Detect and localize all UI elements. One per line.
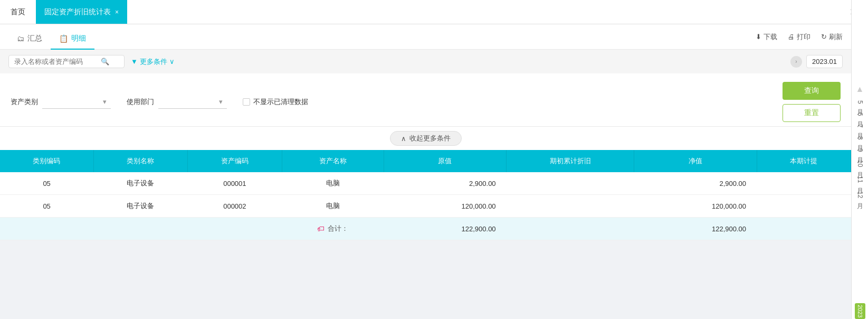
cell-asset-name-1: 电脑 bbox=[282, 172, 384, 195]
cell-code-1: 05 bbox=[0, 172, 93, 195]
col-header-net-value: 净值 bbox=[634, 150, 757, 172]
collapse-up-icon: ∧ bbox=[401, 135, 406, 143]
summary-icon: 🗂 bbox=[17, 34, 24, 43]
summary-current bbox=[757, 218, 851, 240]
cell-accumulated-1 bbox=[507, 172, 634, 195]
department-arrow-icon: ▾ bbox=[219, 98, 223, 106]
download-label: 下载 bbox=[764, 32, 777, 42]
filter-buttons: 查询 重置 bbox=[783, 82, 841, 122]
summary-icon-cell bbox=[0, 218, 282, 240]
col-header-asset-code: 资产编码 bbox=[188, 150, 282, 172]
cell-net-2: 120,000.00 bbox=[634, 195, 757, 218]
table-header-row: 类别编码 类别名称 资产编码 资产名称 原值 期初累计折旧 净值 本期计提 bbox=[0, 150, 851, 172]
search-input[interactable] bbox=[14, 58, 99, 65]
hide-cleared-wrap: 不显示已清理数据 bbox=[243, 97, 308, 107]
sidebar-month-8[interactable]: 8月 bbox=[855, 134, 864, 142]
query-button[interactable]: 查询 bbox=[783, 82, 841, 100]
sidebar-month-7[interactable]: 7月 bbox=[855, 122, 864, 130]
more-conditions-button[interactable]: ▼ 更多条件 ∨ bbox=[131, 57, 175, 67]
date-label: 2023.01 bbox=[806, 55, 843, 68]
summary-tag-icon: 🏷 bbox=[317, 224, 325, 233]
table-row: 05 电子设备 000002 电脑 120,000.00 120,000.00 bbox=[0, 195, 851, 218]
active-tab-label: 固定资产折旧统计表 bbox=[44, 7, 111, 17]
summary-accumulated bbox=[507, 218, 634, 240]
filter-icon: ▼ bbox=[131, 58, 138, 65]
cell-original-1: 2,900.00 bbox=[384, 172, 506, 195]
col-header-asset-name: 资产名称 bbox=[282, 150, 384, 172]
cell-name-2: 电子设备 bbox=[93, 195, 187, 218]
col-header-accumulated: 期初累计折旧 bbox=[507, 150, 634, 172]
cell-asset-name-2: 电脑 bbox=[282, 195, 384, 218]
expand-sidebar-button[interactable]: › bbox=[790, 56, 802, 68]
chevron-down-icon: ∨ bbox=[169, 58, 175, 65]
year-badge[interactable]: 2023 bbox=[855, 303, 865, 319]
cell-current-2 bbox=[757, 195, 851, 218]
collapse-button[interactable]: ∧ 收起更多条件 bbox=[390, 131, 462, 146]
print-label: 打印 bbox=[797, 32, 810, 42]
sidebar-month-5[interactable]: 5月 bbox=[855, 98, 864, 106]
department-label: 使用部门 bbox=[127, 97, 154, 107]
cell-current-1 bbox=[757, 172, 851, 195]
col-header-original-value: 原值 bbox=[384, 150, 506, 172]
tab-summary-label: 汇总 bbox=[27, 34, 42, 43]
sidebar-month-10[interactable]: 10月 bbox=[855, 158, 864, 169]
data-table: 类别编码 类别名称 资产编码 资产名称 原值 期初累计折旧 净值 本期计提 05 bbox=[0, 150, 851, 240]
department-value bbox=[160, 97, 198, 106]
search-input-wrap[interactable]: 🔍 bbox=[8, 55, 125, 68]
hide-cleared-checkbox[interactable] bbox=[243, 98, 250, 106]
search-icon: 🔍 bbox=[101, 58, 109, 65]
search-bar: 🔍 ▼ 更多条件 ∨ › 2023.01 bbox=[0, 50, 851, 73]
detail-icon: 📋 bbox=[59, 34, 68, 43]
asset-type-value bbox=[44, 97, 82, 106]
sidebar-month-6[interactable]: 6月 bbox=[855, 110, 864, 118]
col-header-current: 本期计提 bbox=[757, 150, 851, 172]
asset-type-arrow-icon: ▾ bbox=[103, 98, 107, 106]
sidebar-up-arrow[interactable]: ▲ bbox=[856, 85, 864, 94]
cell-code-2: 05 bbox=[0, 195, 93, 218]
summary-label-text: 合计： bbox=[328, 224, 348, 233]
download-icon: ⬇ bbox=[756, 33, 761, 41]
cell-name-1: 电子设备 bbox=[93, 172, 187, 195]
tab-detail-label: 明细 bbox=[71, 34, 86, 43]
sidebar-month-11[interactable]: 11月 bbox=[855, 174, 864, 185]
collapse-bar: ∧ 收起更多条件 bbox=[0, 127, 851, 150]
toolbar-right: ⬇ 下载 🖨 打印 ↻ 刷新 bbox=[756, 32, 843, 42]
refresh-button[interactable]: ↻ 刷新 bbox=[821, 32, 843, 42]
close-tab-icon[interactable]: × bbox=[115, 8, 119, 16]
reset-button[interactable]: 重置 bbox=[783, 104, 841, 122]
asset-type-select[interactable]: ▾ bbox=[42, 95, 111, 109]
summary-net: 122,900.00 bbox=[634, 218, 757, 240]
sub-tabs-bar: 🗂 汇总 📋 明细 ⬇ 下载 🖨 打印 ↻ 刷新 bbox=[0, 24, 851, 50]
cell-original-2: 120,000.00 bbox=[384, 195, 506, 218]
department-select[interactable]: ▾ bbox=[158, 95, 227, 109]
sidebar-month-9[interactable]: 9月 bbox=[855, 146, 864, 154]
home-tab[interactable]: 首页 bbox=[0, 7, 36, 17]
more-conditions-label: 更多条件 bbox=[140, 57, 167, 67]
cell-asset-code-2: 000002 bbox=[188, 195, 282, 218]
refresh-icon: ↻ bbox=[821, 33, 827, 41]
asset-type-filter: 资产类别 ▾ bbox=[11, 95, 111, 109]
col-header-category-name: 类别名称 bbox=[93, 150, 187, 172]
search-filter-section: 🔍 ▼ 更多条件 ∨ › 2023.01 资产类别 bbox=[0, 50, 851, 150]
hide-cleared-label: 不显示已清理数据 bbox=[253, 97, 308, 107]
filter-area: 资产类别 ▾ 使用部门 ▾ bbox=[0, 73, 851, 127]
department-filter: 使用部门 ▾ bbox=[127, 95, 227, 109]
summary-original: 122,900.00 bbox=[384, 218, 506, 240]
download-button[interactable]: ⬇ 下载 bbox=[756, 32, 777, 42]
sidebar-month-12[interactable]: 12月 bbox=[855, 189, 864, 200]
col-header-category-code: 类别编码 bbox=[0, 150, 93, 172]
data-table-wrap: 类别编码 类别名称 资产编码 资产名称 原值 期初累计折旧 净值 本期计提 05 bbox=[0, 150, 851, 319]
print-icon: 🖨 bbox=[788, 33, 795, 41]
asset-type-label: 资产类别 bbox=[11, 97, 38, 107]
tab-summary[interactable]: 🗂 汇总 bbox=[8, 29, 51, 50]
cell-accumulated-2 bbox=[507, 195, 634, 218]
summary-label-cell: 🏷 合计： bbox=[282, 218, 384, 240]
print-button[interactable]: 🖨 打印 bbox=[788, 32, 810, 42]
filter-row: 资产类别 ▾ 使用部门 ▾ bbox=[11, 82, 841, 122]
active-tab[interactable]: 固定资产折旧统计表 × bbox=[36, 0, 127, 24]
table-row: 05 电子设备 000001 电脑 2,900.00 2,900.00 bbox=[0, 172, 851, 195]
cell-asset-code-1: 000001 bbox=[188, 172, 282, 195]
tab-detail[interactable]: 📋 明细 bbox=[51, 29, 94, 50]
main-content: 🗂 汇总 📋 明细 ⬇ 下载 🖨 打印 ↻ 刷新 bbox=[0, 24, 868, 319]
top-nav: 首页 固定资产折旧统计表 × ✕ bbox=[0, 0, 868, 24]
